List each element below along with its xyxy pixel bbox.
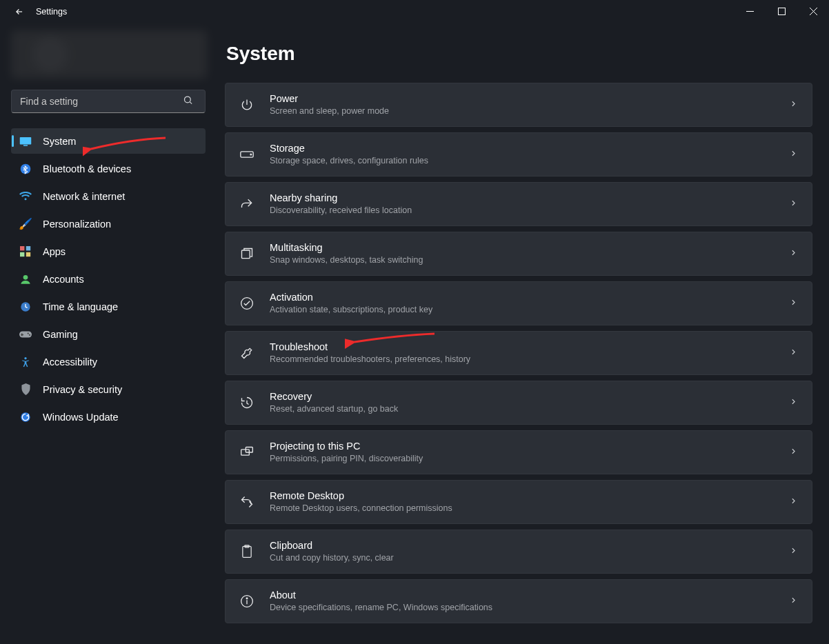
card-title: Activation <box>270 291 789 303</box>
sidebar-item-accounts[interactable]: Accounts <box>11 266 206 292</box>
power-icon <box>239 97 254 112</box>
sidebar-item-apps[interactable]: Apps <box>11 239 206 264</box>
setting-card-power[interactable]: PowerScreen and sleep, power mode <box>225 83 812 127</box>
sidebar-item-personalization[interactable]: 🖌️Personalization <box>11 211 206 237</box>
brush-icon: 🖌️ <box>19 218 32 230</box>
close-button[interactable] <box>797 0 829 22</box>
svg-rect-9 <box>20 246 24 250</box>
card-text: Remote DesktopRemote Desktop users, conn… <box>270 490 789 515</box>
game-icon <box>19 328 32 341</box>
display-icon <box>19 135 32 148</box>
card-subtitle: Remote Desktop users, connection permiss… <box>270 503 789 515</box>
back-button[interactable] <box>10 2 29 21</box>
svg-rect-26 <box>243 546 251 557</box>
apps-icon <box>19 245 32 258</box>
nav-list: SystemBluetooth & devicesNetwork & inter… <box>11 128 206 432</box>
sidebar-item-label: Bluetooth & devices <box>43 163 131 174</box>
card-title: Projecting to this PC <box>270 440 789 452</box>
card-title: Power <box>270 92 789 105</box>
svg-point-13 <box>23 275 28 280</box>
card-subtitle: Cut and copy history, sync, clear <box>270 552 789 565</box>
sidebar: SystemBluetooth & devicesNetwork & inter… <box>0 23 214 644</box>
window-controls <box>734 0 829 22</box>
card-subtitle: Discoverability, received files location <box>270 205 789 217</box>
card-subtitle: Permissions, pairing PIN, discoverabilit… <box>270 453 789 465</box>
sidebar-item-system[interactable]: System <box>11 128 206 154</box>
sidebar-item-label: Network & internet <box>43 191 125 202</box>
card-title: Remote Desktop <box>270 490 789 502</box>
svg-point-17 <box>29 334 30 335</box>
card-text: Projecting to this PCPermissions, pairin… <box>270 440 789 465</box>
svg-rect-12 <box>26 252 30 256</box>
setting-card-clipboard[interactable]: ClipboardCut and copy history, sync, cle… <box>225 530 812 574</box>
setting-card-projecting-to-this-pc[interactable]: Projecting to this PCPermissions, pairin… <box>225 430 812 474</box>
card-subtitle: Recommended troubleshooters, preferences… <box>270 354 789 366</box>
svg-rect-1 <box>778 8 785 14</box>
svg-rect-6 <box>20 137 32 145</box>
chevron-right-icon <box>789 347 798 359</box>
setting-card-nearby-sharing[interactable]: Nearby sharingDiscoverability, received … <box>225 182 812 226</box>
chevron-right-icon <box>789 248 798 260</box>
update-icon <box>19 411 32 423</box>
card-text: PowerScreen and sleep, power mode <box>270 92 789 118</box>
card-text: Nearby sharingDiscoverability, received … <box>270 192 789 217</box>
svg-rect-10 <box>26 246 30 250</box>
sidebar-item-time-language[interactable]: Time & language <box>11 294 206 319</box>
account-block[interactable] <box>11 30 207 79</box>
setting-card-activation[interactable]: ActivationActivation state, subscription… <box>225 281 812 325</box>
svg-rect-22 <box>242 250 250 259</box>
sidebar-item-gaming[interactable]: Gaming <box>11 321 206 347</box>
svg-rect-7 <box>23 145 28 146</box>
chevron-right-icon <box>789 545 798 558</box>
sidebar-item-label: System <box>43 136 76 147</box>
svg-point-8 <box>21 163 31 174</box>
chevron-right-icon <box>789 99 798 111</box>
chevron-right-icon <box>789 297 798 310</box>
card-text: TroubleshootRecommended troubleshooters,… <box>270 341 789 366</box>
card-title: Clipboard <box>270 539 789 552</box>
chevron-right-icon <box>789 198 798 210</box>
search-input[interactable] <box>11 90 206 113</box>
sidebar-item-bluetooth-devices[interactable]: Bluetooth & devices <box>11 156 206 181</box>
chevron-right-icon <box>789 595 798 607</box>
wifi-icon <box>19 190 32 203</box>
card-subtitle: Snap windows, desktops, task switching <box>270 254 789 267</box>
card-subtitle: Activation state, subscriptions, product… <box>270 304 789 316</box>
setting-card-remote-desktop[interactable]: Remote DesktopRemote Desktop users, conn… <box>225 480 812 524</box>
clock-icon <box>19 301 32 313</box>
bluetooth-icon <box>19 163 32 175</box>
titlebar: Settings <box>0 0 829 23</box>
sidebar-item-windows-update[interactable]: Windows Update <box>11 404 206 430</box>
setting-card-recovery[interactable]: RecoveryReset, advanced startup, go back <box>225 381 812 425</box>
recovery-icon <box>239 395 254 410</box>
svg-point-21 <box>250 154 252 155</box>
card-title: Nearby sharing <box>270 192 789 204</box>
multitask-icon <box>239 246 254 261</box>
card-title: Storage <box>270 142 789 154</box>
card-title: Troubleshoot <box>270 341 789 353</box>
settings-card-list: PowerScreen and sleep, power modeStorage… <box>225 83 812 623</box>
setting-card-troubleshoot[interactable]: TroubleshootRecommended troubleshooters,… <box>225 331 812 375</box>
setting-card-about[interactable]: AboutDevice specifications, rename PC, W… <box>225 579 812 623</box>
sidebar-item-accessibility[interactable]: Accessibility <box>11 349 206 374</box>
minimize-button[interactable] <box>734 0 766 22</box>
svg-point-30 <box>246 598 248 599</box>
card-text: ActivationActivation state, subscription… <box>270 291 789 316</box>
sidebar-item-network-internet[interactable]: Network & internet <box>11 183 206 209</box>
sidebar-item-privacy-security[interactable]: Privacy & security <box>11 376 206 402</box>
card-text: AboutDevice specifications, rename PC, W… <box>270 589 789 614</box>
main-content: System PowerScreen and sleep, power mode… <box>214 23 829 644</box>
remote-icon <box>239 494 254 510</box>
card-title: Multitasking <box>270 241 789 254</box>
card-subtitle: Screen and sleep, power mode <box>270 105 789 118</box>
setting-card-multitasking[interactable]: MultitaskingSnap windows, desktops, task… <box>225 232 812 276</box>
chevron-right-icon <box>789 396 798 409</box>
card-subtitle: Storage space, drives, configuration rul… <box>270 155 789 168</box>
check-circle-icon <box>239 296 254 311</box>
shield-icon <box>19 383 32 396</box>
share-icon <box>239 197 254 212</box>
card-title: About <box>270 589 789 601</box>
maximize-button[interactable] <box>766 0 797 22</box>
sidebar-item-label: Privacy & security <box>43 384 122 395</box>
setting-card-storage[interactable]: StorageStorage space, drives, configurat… <box>225 132 812 177</box>
